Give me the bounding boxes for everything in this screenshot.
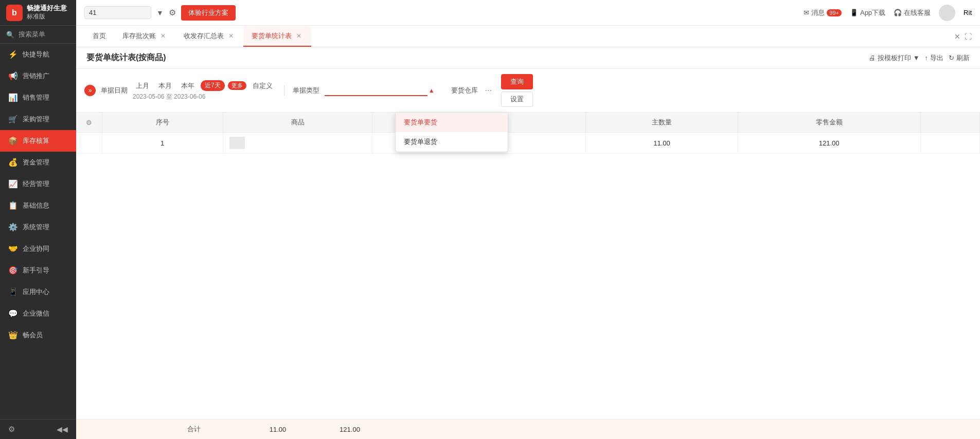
sidebar-item-app-center[interactable]: 📱 应用中心: [0, 281, 76, 303]
sidebar-item-marketing[interactable]: 📢 营销推广: [0, 65, 76, 87]
sidebar-item-member[interactable]: 👑 畅会员: [0, 324, 76, 346]
search-icon: 🔍: [6, 31, 14, 39]
user-name: Rit: [964, 9, 972, 16]
wechat-icon: 💬: [8, 309, 17, 318]
basic-icon: 📋: [8, 201, 17, 210]
sidebar-bottom: ⚙ ◀◀: [0, 419, 76, 439]
top-bar-left: ▼ ⚙ 体验行业方案: [84, 5, 236, 21]
date-range-text: 2023-05-06 至 2023-06-06: [133, 93, 276, 101]
online-service-action[interactable]: 🎧 在线客服: [894, 8, 931, 17]
content-area: 要货单统计表(按商品) 🖨 按模板打印 ▼ ↑ 导出 ↻ 刷新 »: [76, 47, 980, 439]
tab-expand-icon[interactable]: ⛶: [965, 32, 972, 41]
curr-month-button[interactable]: 本月: [155, 80, 175, 92]
product-thumbnail: [229, 137, 245, 149]
breadcrumb-dropdown-button[interactable]: ▼: [156, 9, 164, 17]
print-dropdown-icon: ▼: [913, 54, 920, 62]
tab-bar: 首页 库存批次账 ✕ 收发存汇总表 ✕ 要货单统计表 ✕ ✕ ⛶: [76, 26, 980, 47]
sidebar-item-basic[interactable]: 📋 基础信息: [0, 195, 76, 216]
industry-solution-button[interactable]: 体验行业方案: [181, 5, 236, 21]
print-button[interactable]: 🖨 按模板打印 ▼: [869, 53, 920, 63]
breadcrumb-input[interactable]: [84, 6, 151, 19]
top-bar: ▼ ⚙ 体验行业方案 ✉ 消息 99+ 📱 App下载 🎧 在线客服 Rit: [76, 0, 980, 26]
row-no: 1: [102, 133, 223, 154]
tab-home[interactable]: 首页: [84, 26, 114, 47]
sidebar-item-quick-nav[interactable]: ⚡ 快捷导航: [0, 44, 76, 65]
main-area: ▼ ⚙ 体验行业方案 ✉ 消息 99+ 📱 App下载 🎧 在线客服 Rit: [76, 0, 980, 439]
operation-icon: 📈: [8, 179, 17, 189]
sidebar-item-system[interactable]: ⚙️ 系统管理: [0, 216, 76, 238]
enterprise-icon: 🤝: [8, 244, 17, 253]
tab-close-all-icon[interactable]: ✕: [954, 32, 960, 41]
sidebar-nav: ⚡ 快捷导航 📢 营销推广 📊 销售管理 🛒 采购管理 📦 库存核算 💰 资金管…: [0, 44, 76, 419]
sidebar-item-finance[interactable]: 💰 资金管理: [0, 152, 76, 173]
sidebar-item-wechat[interactable]: 💬 企业微信: [0, 303, 76, 324]
guide-icon: 🎯: [8, 266, 17, 275]
warehouse-label: 要货仓库: [451, 86, 478, 95]
tab-order-stats[interactable]: 要货单统计表 ✕: [243, 26, 311, 47]
dropdown-option-order-goods[interactable]: 要货单要货: [396, 113, 508, 132]
table-footer: 合计 11.00 121.00: [76, 419, 980, 439]
sidebar-item-inventory[interactable]: 📦 库存核算: [0, 130, 76, 152]
app-center-icon: 📱: [8, 287, 17, 297]
more-date-badge[interactable]: 更多: [228, 81, 246, 90]
date-label: 单据日期: [101, 86, 128, 95]
purchase-icon: 🛒: [8, 115, 17, 124]
tab-collect-summary[interactable]: 收发存汇总表 ✕: [175, 26, 243, 47]
tab-close-collect-summary[interactable]: ✕: [227, 32, 235, 40]
type-dropdown-popup: 要货单要货 要货单退货: [395, 112, 508, 152]
footer-amount: 121.00: [329, 426, 370, 433]
data-table-container: ⚙ 序号 商品 主计量单位 主数量 零售金额 1: [76, 113, 980, 419]
refresh-button[interactable]: ↻ 刷新: [949, 53, 970, 63]
finance-icon: 💰: [8, 158, 17, 167]
type-input[interactable]: [325, 85, 427, 96]
tab-close-order-stats[interactable]: ✕: [295, 32, 303, 40]
dropdown-option-order-return[interactable]: 要货单退货: [396, 132, 508, 152]
user-avatar[interactable]: [939, 5, 955, 21]
set-button[interactable]: 设置: [501, 92, 533, 107]
sidebar-settings-icon[interactable]: ⚙: [8, 425, 15, 434]
7days-button[interactable]: 近7天: [201, 80, 225, 91]
curr-year-button[interactable]: 本年: [178, 80, 198, 92]
data-table: ⚙ 序号 商品 主计量单位 主数量 零售金额 1: [76, 113, 980, 154]
sidebar: b 畅捷通好生意 标准版 🔍 搜索菜单 ⚡ 快捷导航 📢 营销推广 📊 销售管理…: [0, 0, 76, 439]
query-button[interactable]: 查询: [501, 74, 533, 89]
message-action[interactable]: ✉ 消息 99+: [804, 8, 842, 17]
search-menu[interactable]: 🔍 搜索菜单: [0, 26, 76, 44]
table-row: 1 块 11.00 121.00: [76, 133, 980, 154]
type-input-wrapper: ▲: [325, 85, 436, 96]
sales-icon: 📊: [8, 93, 17, 102]
custom-date-button[interactable]: 自定义: [250, 80, 276, 92]
sidebar-item-sales[interactable]: 📊 销售管理: [0, 87, 76, 108]
inventory-icon: 📦: [8, 136, 17, 145]
sidebar-item-guide[interactable]: 🎯 新手引导: [0, 260, 76, 281]
sidebar-collapse-button[interactable]: ◀◀: [57, 425, 68, 433]
sidebar-item-enterprise[interactable]: 🤝 企业协同: [0, 238, 76, 260]
system-icon: ⚙️: [8, 223, 17, 232]
export-button[interactable]: ↑ 导出: [925, 53, 944, 63]
footer-label: 合计: [187, 425, 201, 434]
prev-month-button[interactable]: 上月: [133, 80, 152, 92]
app-download-icon: 📱: [850, 9, 858, 16]
tab-inventory-batch[interactable]: 库存批次账 ✕: [114, 26, 175, 47]
table-col-product: 商品: [223, 113, 372, 133]
sidebar-item-operation[interactable]: 📈 经营管理: [0, 173, 76, 195]
tab-close-inventory-batch[interactable]: ✕: [159, 32, 167, 40]
row-amount: 121.00: [738, 133, 920, 154]
table-col-no: 序号: [102, 113, 223, 133]
table-settings-column[interactable]: ⚙: [76, 113, 102, 133]
topbar-settings-button[interactable]: ⚙: [169, 8, 176, 17]
refresh-icon: ↻: [949, 54, 954, 62]
page-title: 要货单统计表(按商品): [86, 52, 166, 63]
filter-expand-button[interactable]: »: [84, 85, 96, 96]
export-icon: ↑: [925, 54, 929, 62]
type-label: 单据类型: [293, 86, 319, 95]
page-header: 要货单统计表(按商品) 🖨 按模板打印 ▼ ↑ 导出 ↻ 刷新: [76, 47, 980, 69]
table-col-qty: 主数量: [586, 113, 738, 133]
row-product: [223, 133, 372, 154]
logo-icon: b: [6, 5, 23, 21]
warehouse-more-icon[interactable]: ···: [485, 86, 492, 95]
print-icon: 🖨: [869, 54, 876, 62]
app-download-action[interactable]: 📱 App下载: [850, 8, 885, 17]
type-dropdown-arrow[interactable]: ▲: [427, 86, 436, 95]
sidebar-item-purchase[interactable]: 🛒 采购管理: [0, 108, 76, 130]
